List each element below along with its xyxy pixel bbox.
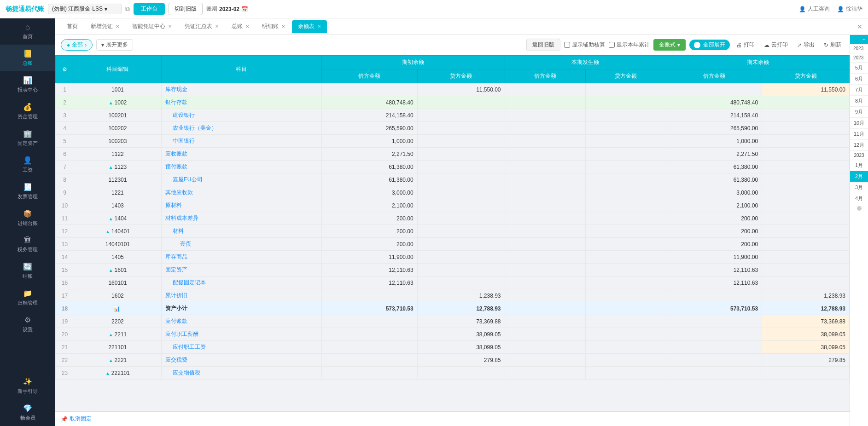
period-end-debit-9: 2,100.00	[666, 199, 762, 212]
row-name-19: 应付职工薪酬	[161, 328, 321, 341]
sidebar-item-settlement[interactable]: 🔄 结账	[0, 258, 55, 284]
copy-icon[interactable]: ⧉	[125, 5, 130, 13]
expand-arrow-19[interactable]: ▲	[109, 332, 113, 337]
period-end-credit-4	[762, 135, 850, 148]
full-form-button[interactable]: 全账式 ▾	[653, 39, 686, 51]
year-2023-label3: 2023	[850, 151, 868, 160]
period-label: 账期 2023-02 📅	[206, 5, 248, 13]
row-num-1: 2	[56, 96, 74, 109]
sidebar: ⌂ 首页 📒 总账 📊 报表中心 💰 资金管理 🏢 固定资产 👤 工资 🧾 发票…	[0, 18, 55, 426]
guide-icon: ✨	[23, 377, 32, 386]
expand-arrow-1[interactable]: ▲	[109, 100, 113, 105]
row-code-11: ▲140401	[74, 225, 162, 238]
row-num-15: 16	[56, 276, 74, 289]
switch-old-button[interactable]: 切到旧版	[169, 3, 203, 15]
period-begin-credit-12	[417, 238, 505, 251]
month-1[interactable]: 1月	[850, 160, 868, 171]
current-credit-19	[585, 328, 666, 341]
sidebar-item-guide[interactable]: ✨ 新手引导	[0, 373, 55, 399]
expand-arrow-21[interactable]: ▲	[109, 358, 113, 363]
filter-all-button[interactable]: ● 全部 ›	[61, 39, 93, 51]
expand-arrow-10[interactable]: ▲	[109, 216, 113, 221]
tab-voucher-summary[interactable]: 凭证汇总表 ✕	[179, 20, 225, 33]
month-7[interactable]: 7月	[850, 85, 868, 96]
show-assist-check[interactable]: 显示辅助核算	[564, 41, 605, 49]
month-4[interactable]: 4月	[850, 193, 868, 204]
month-9[interactable]: 9月	[850, 107, 868, 118]
tab-smart-center-close[interactable]: ✕	[168, 24, 172, 29]
tab-general-ledger[interactable]: 总账 ✕	[226, 20, 255, 33]
tab-new-voucher-close[interactable]: ✕	[116, 24, 119, 29]
tab-balance-sheet-close[interactable]: ✕	[317, 24, 321, 29]
cloud-print-button[interactable]: ☁ 云打印	[761, 39, 791, 51]
expand-arrow-14[interactable]: ▲	[109, 268, 113, 273]
panel-dot[interactable]	[857, 206, 862, 211]
export-button[interactable]: ↗ 导出	[794, 39, 817, 51]
row-name-4: 中国银行	[161, 135, 321, 148]
month-11[interactable]: 11月	[850, 129, 868, 140]
tab-detail-ledger[interactable]: 明细账 ✕	[256, 20, 291, 33]
show-ytd-checkbox[interactable]	[609, 42, 615, 48]
month-3[interactable]: 3月	[850, 182, 868, 193]
month-10[interactable]: 10月	[850, 118, 868, 129]
month-5[interactable]: 5月	[850, 63, 868, 74]
row-name-13: 库存商品	[161, 251, 321, 264]
return-old-button[interactable]: 返回旧版	[526, 39, 560, 51]
sidebar-item-general-ledger[interactable]: 📒 总账	[0, 45, 55, 71]
sidebar-item-report[interactable]: 📊 报表中心	[0, 71, 55, 98]
settings-col-header[interactable]: ⚙	[56, 56, 74, 83]
current-credit-10	[585, 212, 666, 225]
period-begin-credit-14	[417, 264, 505, 276]
workbench-button[interactable]: 工作台	[134, 3, 165, 15]
tab-voucher-summary-close[interactable]: ✕	[215, 24, 219, 29]
show-assist-checkbox[interactable]	[564, 42, 570, 48]
sidebar-item-tax[interactable]: 🏛 税务管理	[0, 231, 55, 258]
sidebar-item-invoice[interactable]: 🧾 发票管理	[0, 178, 55, 205]
close-all-tabs[interactable]: ✕	[857, 23, 862, 30]
month-2[interactable]: 2月	[850, 171, 868, 182]
sidebar-item-home[interactable]: ⌂ 首页	[0, 18, 55, 45]
current-credit-4	[585, 135, 666, 148]
expand-more-button[interactable]: ▾ 展开更多	[96, 39, 133, 51]
row-name-15: 配提固定记本	[161, 276, 321, 289]
sidebar-item-payroll[interactable]: 👤 工资	[0, 151, 55, 178]
sidebar-item-archive[interactable]: 📁 归档管理	[0, 284, 55, 311]
settings-icon: ⚙	[24, 316, 31, 324]
sidebar-item-settings[interactable]: ⚙ 设置	[0, 311, 55, 338]
company-selector[interactable]: (勿删) 江西股金-LSS ▾	[48, 4, 122, 14]
calendar-icon[interactable]: 📅	[241, 6, 248, 12]
expand-all-toggle[interactable]: 全部展开	[689, 40, 730, 50]
row-name-16: 累计折旧	[161, 289, 321, 302]
month-12[interactable]: 12月	[850, 140, 868, 151]
row-code-10: ▲1404	[74, 212, 162, 225]
period-begin-credit-8	[417, 186, 505, 199]
show-ytd-check[interactable]: 显示本年累计	[609, 41, 650, 49]
month-8[interactable]: 8月	[850, 96, 868, 107]
unfix-button[interactable]: 📌 取消固定	[61, 415, 92, 423]
sidebar-item-purchase[interactable]: 📦 进销台账	[0, 205, 55, 231]
tab-detail-ledger-close[interactable]: ✕	[281, 24, 285, 29]
current-credit-6	[585, 161, 666, 173]
tab-general-ledger-close[interactable]: ✕	[245, 24, 249, 29]
user-profile[interactable]: 👤 徐洁华	[837, 5, 862, 13]
refresh-button[interactable]: ↻ 刷新	[821, 39, 844, 51]
sidebar-item-fund[interactable]: 💰 资金管理	[0, 98, 55, 125]
tab-new-voucher[interactable]: 新增凭证 ✕	[85, 20, 125, 33]
expand-arrow-11[interactable]: ▲	[105, 229, 110, 234]
print-button[interactable]: 🖨 打印	[734, 39, 757, 51]
tab-home[interactable]: 首页	[61, 20, 84, 33]
period-begin-credit-9	[417, 199, 505, 212]
tab-smart-center[interactable]: 智能凭证中心 ✕	[126, 20, 178, 33]
expand-arrow-22[interactable]: ▲	[105, 371, 110, 376]
tab-balance-sheet[interactable]: 余额表 ✕	[292, 20, 327, 33]
sidebar-item-fixed-assets[interactable]: 🏢 固定资产	[0, 125, 55, 151]
period-end-credit-19: 38,099.05	[762, 328, 850, 341]
user-service[interactable]: 👤 人工咨询	[799, 5, 830, 13]
tab-smart-center-label: 智能凭证中心	[132, 23, 165, 30]
sidebar-item-member[interactable]: 💎 畅会员	[0, 399, 55, 426]
sidebar-label-member: 畅会员	[20, 414, 35, 421]
year-2023-label: 2023.	[850, 44, 868, 53]
month-6[interactable]: 6月	[850, 74, 868, 85]
collapse-right-panel[interactable]: ›	[850, 35, 868, 44]
expand-arrow-6[interactable]: ▲	[109, 165, 113, 170]
